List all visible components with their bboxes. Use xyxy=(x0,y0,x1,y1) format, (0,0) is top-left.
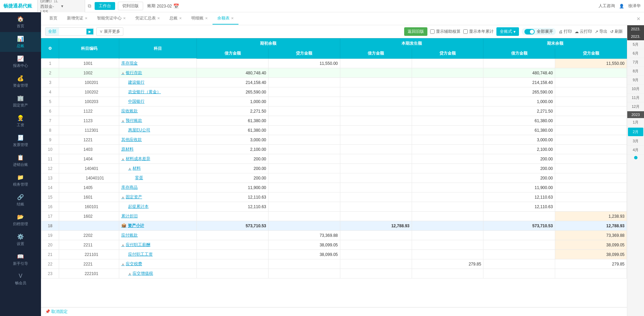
tab-bar: 首页 新增凭证 ✕ 智能凭证中心 ✕ 凭证汇总表 ✕ 总账 ✕ 明细账 ✕ xyxy=(41,12,644,25)
sidebar-item-guide[interactable]: 📖 新手引导 xyxy=(0,250,41,270)
expand-button[interactable]: ∨ 展开更多 xyxy=(96,27,123,36)
close-all-tabs[interactable]: ✕ xyxy=(636,16,641,21)
switch-button[interactable]: 切到旧版 xyxy=(118,2,143,10)
row-name[interactable]: ▲材料 xyxy=(119,164,196,173)
month-1[interactable]: 1月 xyxy=(627,118,644,127)
month-8[interactable]: 8月 xyxy=(627,67,644,76)
month-2-active[interactable]: 2月 xyxy=(628,128,643,136)
table-row: 91221其他应收款3,000.003,000.00 xyxy=(41,135,627,145)
month-3[interactable]: 3月 xyxy=(627,137,644,146)
row-name[interactable]: ▲应交增值税 xyxy=(119,269,196,278)
row-name[interactable]: 应付职工工资 xyxy=(119,250,196,259)
tab-voucher-summary-close[interactable]: ✕ xyxy=(157,16,160,20)
sidebar-item-tax[interactable]: 📁 税务管理 xyxy=(0,171,41,190)
sidebar-item-archive[interactable]: 📂 归档管理 xyxy=(0,210,41,230)
row-eb-credit xyxy=(555,116,627,126)
row-name[interactable]: ▲固定资产 xyxy=(119,192,196,202)
sidebar-item-reports[interactable]: 📈 报表中心 xyxy=(0,52,41,72)
filter-label[interactable]: 全部 xyxy=(45,28,59,35)
tab-smart-voucher[interactable]: 智能凭证中心 ✕ xyxy=(92,13,131,25)
tax-icon: 📁 xyxy=(17,174,24,181)
print-button[interactable]: 🖨 打印 xyxy=(559,29,572,34)
period-value: 2023-02 xyxy=(157,4,172,9)
cloud-print-button[interactable]: ☁ 云打印 xyxy=(575,29,592,34)
month-5[interactable]: 5月 xyxy=(627,40,644,49)
row-name[interactable]: 库存现金 xyxy=(119,59,196,68)
row-cur-credit xyxy=(412,116,483,126)
checkbox-auxiliary[interactable]: 显示辅助核算 xyxy=(430,29,461,34)
row-cur-credit xyxy=(412,250,483,259)
row-name[interactable]: 农业银行（黄金） xyxy=(119,87,196,97)
export-button[interactable]: ↗ 导出 xyxy=(595,29,607,34)
sidebar-item-member[interactable]: V 畅会员 xyxy=(0,270,41,289)
row-name[interactable]: 其他应收款 xyxy=(119,135,196,145)
tab-general-ledger-close[interactable]: ✕ xyxy=(179,16,182,20)
payroll-icon: 👷 xyxy=(17,115,24,121)
tab-new-voucher[interactable]: 新增凭证 ✕ xyxy=(62,13,92,25)
row-name[interactable]: ▲预付账款 xyxy=(119,116,196,126)
row-no: 3 xyxy=(41,78,59,87)
consultant-link[interactable]: 人工咨询 xyxy=(599,3,615,9)
full-style-button[interactable]: 全账式 ▾ xyxy=(496,27,519,36)
bottom-bar[interactable]: 📌 取消固定 xyxy=(41,307,627,316)
month-6[interactable]: 6月 xyxy=(627,49,644,58)
workbench-button[interactable]: 工作台 xyxy=(95,2,115,10)
row-eb-debit: 480,748.40 xyxy=(483,68,555,78)
sidebar-item-close[interactable]: 🔗 结账 xyxy=(0,190,41,210)
row-eb-debit: 2,271.50 xyxy=(483,106,555,116)
row-name[interactable]: 起提累计本 xyxy=(119,202,196,212)
sidebar-item-ledger[interactable]: 📊 总账 xyxy=(0,32,41,52)
tab-detail-ledger[interactable]: 明细账 ✕ xyxy=(187,13,213,25)
sidebar-item-assets[interactable]: 🏢 固定资产 xyxy=(0,91,41,111)
month-12[interactable]: 12月 xyxy=(627,102,644,111)
row-name[interactable]: 原材料 xyxy=(119,145,196,154)
row-name[interactable]: 建设银行 xyxy=(119,78,196,87)
tab-detail-ledger-close[interactable]: ✕ xyxy=(205,16,208,20)
row-name[interactable]: 惠屋EU公司 xyxy=(119,126,196,135)
sidebar-item-funds[interactable]: 💰 资金管理 xyxy=(0,72,41,91)
tab-voucher-summary[interactable]: 凭证汇总表 ✕ xyxy=(131,13,165,25)
col-gear[interactable]: ⚙ xyxy=(41,39,59,59)
row-eb-debit xyxy=(483,212,555,221)
row-name[interactable]: 中国银行 xyxy=(119,97,196,106)
month-9[interactable]: 9月 xyxy=(627,76,644,85)
checkbox-ytd[interactable]: 显示本年累计 xyxy=(463,29,494,34)
filter-arrow-btn[interactable]: ▶ xyxy=(86,29,93,34)
row-name: 📦资产小计 xyxy=(119,221,196,231)
month-4[interactable]: 4月 xyxy=(627,146,644,155)
tab-new-voucher-close[interactable]: ✕ xyxy=(85,16,87,20)
row-name[interactable]: 零蛋 xyxy=(119,173,196,183)
row-cur-debit xyxy=(340,78,412,87)
copy-icon[interactable]: ⧉ xyxy=(88,3,91,9)
row-name[interactable]: 库存商品 xyxy=(119,183,196,192)
row-name[interactable]: ▲银行存款 xyxy=(119,68,196,78)
checkbox-ytd-input[interactable] xyxy=(463,29,468,34)
sidebar-item-invoice[interactable]: 🧾 发票管理 xyxy=(0,131,41,151)
filter-group: 全部 ▶ xyxy=(45,27,94,36)
row-name[interactable]: ▲应付职工薪酬 xyxy=(119,240,196,250)
return-button[interactable]: 返回旧版 xyxy=(404,27,427,36)
row-name[interactable]: 应付账款 xyxy=(119,231,196,240)
row-name[interactable]: 累计折旧 xyxy=(119,212,196,221)
tab-balance-close[interactable]: ✕ xyxy=(231,16,234,20)
month-10[interactable]: 10月 xyxy=(627,85,644,94)
sidebar-item-home[interactable]: 🏠 首页 xyxy=(0,12,41,32)
tab-smart-voucher-close[interactable]: ✕ xyxy=(123,16,126,20)
calendar-icon[interactable]: 📅 xyxy=(173,3,179,9)
sidebar-item-purchase[interactable]: 📋 进销台账 xyxy=(0,151,41,171)
month-7[interactable]: 7月 xyxy=(627,58,644,67)
sidebar-item-settings[interactable]: ⚙️ 设置 xyxy=(0,230,41,250)
row-name[interactable]: 应收账款 xyxy=(119,106,196,116)
row-name[interactable]: ▲材料成本差异 xyxy=(119,154,196,164)
row-no: 2 xyxy=(41,68,59,78)
checkbox-auxiliary-input[interactable] xyxy=(430,29,435,34)
sidebar-item-payroll[interactable]: 👷 工资 xyxy=(0,111,41,131)
tab-balance[interactable]: 余额表 ✕ xyxy=(213,13,238,25)
filter-input[interactable] xyxy=(59,28,86,35)
tab-general-ledger[interactable]: 总账 ✕ xyxy=(165,13,187,25)
tab-home[interactable]: 首页 xyxy=(44,13,62,25)
refresh-button[interactable]: ↺ 刷新 xyxy=(610,29,623,34)
expand-toggle[interactable] xyxy=(524,29,535,34)
month-11[interactable]: 11月 xyxy=(627,94,644,102)
row-name[interactable]: ▲应交税费 xyxy=(119,259,196,269)
